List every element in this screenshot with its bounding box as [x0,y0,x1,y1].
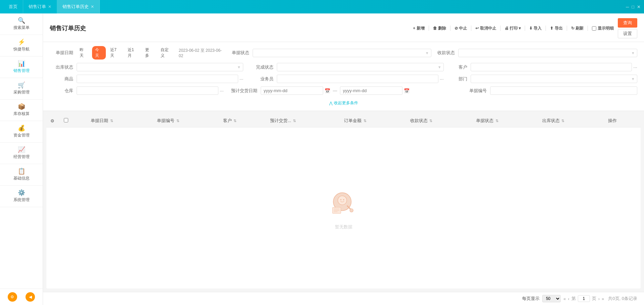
doc-status-select[interactable]: ▾ [253,49,432,57]
filter-area: 单据日期 昨天 今天 近7天 近1月 更多 自定义 2023-06-02 至 2… [43,42,644,111]
th-delivery-status-sort[interactable]: ⇅ [561,119,564,123]
query-button[interactable]: 查询 [618,18,637,28]
window-close-btn[interactable]: ✕ [637,4,641,9]
warehouse-input[interactable] [77,86,218,95]
divider7 [567,26,567,31]
th-payment-status-label: 收款状态 [410,118,428,123]
th-number-sort[interactable]: ⇅ [176,119,179,123]
th-doc-status-sort[interactable]: ⇅ [496,119,499,123]
table-settings-icon[interactable]: ⚙ [50,118,54,123]
filter-label-payment-status: 收款状态 [431,50,458,56]
salesperson-dots-btn[interactable]: ··· [440,76,444,82]
th-customer[interactable]: 客户 ⇅ [219,114,266,127]
settings-bottom-btn[interactable]: ⚙ [8,292,17,302]
date-tab-today[interactable]: 今天 [92,46,106,60]
th-delivery[interactable]: 预计交货... ⇅ [266,114,340,127]
add-button[interactable]: + 新增 [413,26,424,31]
sidebar-item-search-menu[interactable]: 🔍 搜索菜单 [0,13,43,35]
sidebar-item-basic-info[interactable]: 📋 基础信息 [0,164,43,186]
product-dots-btn[interactable]: ··· [240,76,244,82]
complete-status-select[interactable]: ▾ [277,63,443,71]
page-size-select[interactable]: 10 20 50 100 [542,295,561,302]
customer-dots-btn[interactable]: ··· [633,65,637,70]
system-mgmt-icon: ⚙️ [18,190,25,196]
doc-number-input[interactable] [490,86,637,95]
print-button[interactable]: 🖨 打印 ▾ [505,26,521,31]
export-button[interactable]: ⬆ 导出 [550,26,562,31]
customer-input[interactable] [471,63,632,71]
sales-mgmt-icon: 📊 [18,61,25,67]
th-customer-sort[interactable]: ⇅ [233,119,237,123]
date-range-tabs: 昨天 今天 近7天 近1月 更多 自定义 [77,46,175,60]
tab-sales-order[interactable]: 销售订单 ✕ [23,0,57,13]
department-select[interactable]: ▾ [471,75,637,83]
display-detail-input[interactable] [592,26,596,31]
th-amount[interactable]: 订单金额 ⇅ [340,114,406,127]
svg-point-5 [343,199,344,200]
refresh-button[interactable]: ↻ 刷新 [571,26,584,31]
import-button[interactable]: ⬇ 导入 [529,26,542,31]
page-title: 销售订单历史 [50,24,86,32]
delete-button[interactable]: 🗑 删除 [433,26,446,31]
select-all-checkbox[interactable] [64,118,68,122]
sidebar-item-purchase-mgmt[interactable]: 🛒 采购管理 [0,78,43,100]
collapse-bottom-btn[interactable]: ◀ [26,292,35,302]
setting-button[interactable]: 设置 [618,29,637,38]
date-tab-custom[interactable]: 自定义 [158,46,175,60]
date-tab-more[interactable]: 更多 [142,46,156,60]
th-checkbox[interactable] [60,114,87,127]
date-tab-yesterday[interactable]: 昨天 [77,46,91,60]
minimize-btn[interactable]: ─ [626,4,629,9]
maximize-btn[interactable]: □ [632,4,634,9]
date-tab-7days[interactable]: 近7天 [107,46,123,60]
th-date[interactable]: 单据日期 ⇅ [87,114,153,127]
th-delivery-sort[interactable]: ⇅ [293,119,296,123]
th-settings[interactable]: ⚙ [46,114,60,127]
th-amount-sort[interactable]: ⇅ [363,119,367,123]
cancel-stop-button[interactable]: ↩ 取消中止 [475,26,496,31]
product-input[interactable] [77,75,238,83]
sidebar-item-sales-mgmt[interactable]: 📊 销售管理 [0,56,43,78]
page-label2: 页 [592,296,596,302]
payment-status-select[interactable]: ▾ [458,49,637,57]
sidebar-item-operations-label: 经营管理 [13,154,30,160]
th-doc-status[interactable]: 单据状态 ⇅ [472,114,538,127]
first-page-btn[interactable]: « [563,296,566,301]
delivery-status-select[interactable]: ▾ [77,63,243,71]
warehouse-dots-btn[interactable]: ··· [220,88,224,93]
table-container: ⚙ 单据日期 ⇅ 单据编号 ⇅ [46,114,641,289]
th-number[interactable]: 单据编号 ⇅ [153,114,219,127]
sidebar-item-sales-mgmt-label: 销售管理 [13,68,30,74]
tab-home[interactable]: 首页 [3,0,23,13]
collapse-conditions-btn[interactable]: ⋀ 收起更多条件 [50,98,637,107]
salesperson-input[interactable] [277,75,438,83]
sidebar-item-system-mgmt[interactable]: ⚙️ 系统管理 [0,186,43,207]
last-page-btn[interactable]: » [602,296,604,301]
next-page-btn[interactable]: › [598,296,600,301]
th-payment-status-sort[interactable]: ⇅ [429,119,432,123]
sidebar-item-basic-info-label: 基础信息 [13,176,30,181]
date-dash: — [332,88,339,93]
th-delivery-status[interactable]: 出库状态 ⇅ [538,114,604,127]
th-doc-status-label: 单据状态 [476,118,493,123]
tab-sales-order-history-close[interactable]: ✕ [91,4,94,9]
calendar-start-icon[interactable]: 📅 [325,88,330,93]
sidebar-item-finance[interactable]: 💰 资金管理 [0,121,43,143]
tab-sales-order-history[interactable]: 销售订单历史 ✕ [57,0,100,13]
date-tab-1month[interactable]: 近1月 [125,46,141,60]
sidebar-item-operations[interactable]: 📈 经营管理 [0,143,43,164]
calendar-end-icon[interactable]: 📅 [404,88,410,93]
th-date-sort[interactable]: ⇅ [110,119,113,123]
page-number-input[interactable] [578,295,590,302]
svg-point-3 [350,208,353,212]
tab-sales-order-close[interactable]: ✕ [48,4,51,9]
delivery-date-end-input[interactable] [340,86,402,95]
display-detail-checkbox[interactable]: 显示明细 [592,26,614,31]
th-payment-status[interactable]: 收款状态 ⇅ [406,114,472,127]
stop-button[interactable]: ⊘ 中止 [455,26,467,31]
prev-page-btn[interactable]: ‹ [568,296,569,301]
window-controls: ─ □ ✕ [626,4,641,9]
sidebar-item-inventory[interactable]: 📦 库存核算 [0,100,43,121]
sidebar-item-quick-nav[interactable]: ⚡ 快捷导航 [0,35,43,56]
delivery-date-start-input[interactable] [261,86,323,95]
